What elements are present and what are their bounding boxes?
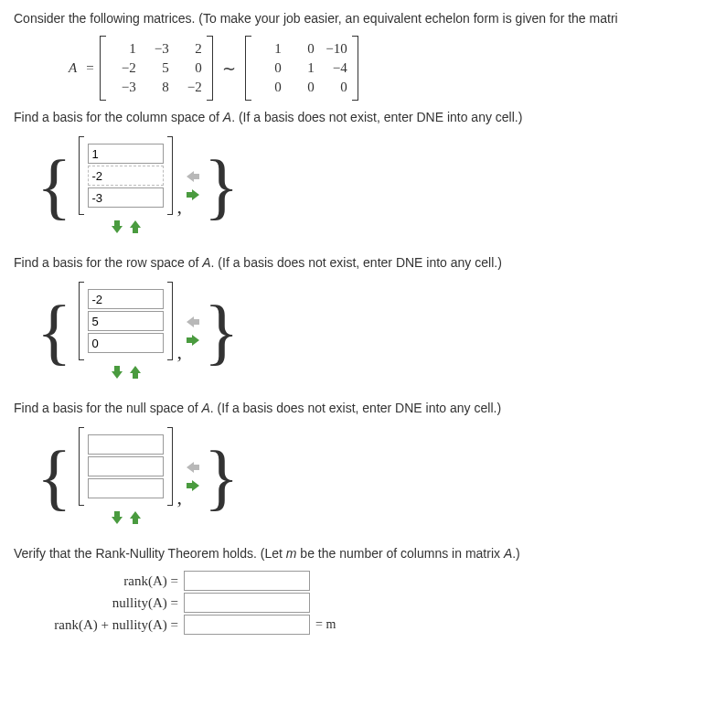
col-v1-input-1[interactable]	[88, 144, 164, 164]
comma-separator: ,	[176, 340, 182, 364]
row-vector-1	[79, 282, 173, 360]
right-brace-icon	[204, 294, 239, 368]
matrix-cell: 0	[285, 39, 318, 59]
q-col-text: Find a basis for the column space of	[14, 110, 223, 124]
rank-plus-nullity-label: rank(A) + nullity(A) =	[14, 617, 178, 633]
matrix-cell: −10	[318, 39, 351, 59]
comma-separator: ,	[176, 195, 182, 219]
column-space-question: Find a basis for the column space of A. …	[14, 108, 712, 127]
q-tail: . (If a basis does not exist, enter DNE …	[210, 401, 501, 415]
matrix-cell: 1	[252, 39, 285, 59]
remove-row-icon[interactable]	[110, 219, 124, 235]
verify-tail2: .)	[512, 546, 520, 561]
right-brace-icon	[204, 440, 239, 513]
remove-row-icon[interactable]	[110, 364, 124, 380]
row-space-question: Find a basis for the row space of A. (If…	[14, 253, 712, 273]
add-vector-icon[interactable]	[186, 187, 200, 203]
comma-separator: ,	[176, 486, 182, 509]
matrix-equation: A = 1 −3 2 −2 5 0 −3 8 −2 ∼ 1 0 −10 0 1 …	[69, 36, 712, 101]
row-basis-widget: ,	[37, 282, 712, 380]
matrix-cell: −2	[173, 78, 206, 97]
verify-tail: be the number of columns in matrix	[296, 546, 503, 561]
nullity-input[interactable]	[184, 593, 310, 613]
null-v1-input-2[interactable]	[88, 456, 164, 476]
matrix-cell: −3	[140, 39, 173, 59]
matrix-cell: −4	[318, 59, 351, 78]
nullity-label: nullity(A) =	[14, 595, 178, 611]
rank-plus-nullity-input[interactable]	[184, 615, 310, 635]
null-basis-widget: ,	[37, 427, 712, 526]
matrix-cell: 5	[140, 59, 173, 78]
remove-vector-icon[interactable]	[186, 314, 200, 330]
column-basis-widget: ,	[37, 136, 712, 235]
null-vector-1	[79, 427, 173, 506]
matrix-cell: −3	[107, 78, 140, 97]
matrix-cell: 0	[318, 78, 351, 97]
matrix-echelon: 1 0 −10 0 1 −4 0 0 0	[245, 36, 358, 101]
matrix-cell: 2	[173, 39, 206, 59]
add-row-icon[interactable]	[128, 219, 143, 235]
row-v1-input-2[interactable]	[88, 311, 164, 331]
add-row-icon[interactable]	[128, 509, 143, 526]
null-v1-input-1[interactable]	[88, 434, 164, 455]
equals-m-text: = m	[315, 617, 336, 632]
row-v1-input-3[interactable]	[88, 333, 164, 353]
col-v1-input-2[interactable]	[88, 166, 164, 186]
null-v1-input-3[interactable]	[88, 478, 164, 498]
q-row-text: Find a basis for the row space of	[14, 255, 202, 270]
right-brace-icon	[204, 149, 239, 222]
matrix-cell: 0	[252, 78, 285, 97]
matrix-a-ref: A	[201, 401, 209, 415]
rank-input[interactable]	[184, 571, 310, 591]
col-v1-input-3[interactable]	[88, 187, 164, 208]
q-tail: . (If a basis does not exist, enter DNE …	[231, 110, 522, 124]
matrix-cell: 0	[173, 59, 206, 78]
remove-vector-icon[interactable]	[186, 459, 200, 476]
matrix-a-ref: A	[202, 255, 210, 270]
verify-text: Verify that the Rank-Nullity Theorem hol…	[14, 546, 286, 561]
column-vector-1	[79, 136, 173, 215]
left-brace-icon	[37, 294, 71, 368]
matrix-a-ref: A	[504, 546, 512, 561]
rank-nullity-block: rank(A) = nullity(A) = rank(A) + nullity…	[14, 571, 712, 635]
q-null-text: Find a basis for the null space of	[14, 401, 201, 415]
tilde-symbol: ∼	[222, 59, 236, 79]
matrix-a-ref: A	[223, 110, 231, 124]
matrix-cell: 0	[285, 78, 318, 97]
row-v1-input-1[interactable]	[88, 289, 164, 309]
matrix-a-label: A	[69, 60, 77, 76]
add-vector-icon[interactable]	[186, 332, 200, 348]
rank-label: rank(A) =	[14, 573, 178, 589]
remove-vector-icon[interactable]	[186, 168, 200, 185]
matrix-cell: 0	[252, 59, 285, 78]
remove-row-icon[interactable]	[110, 509, 124, 526]
intro-text: Consider the following matrices. (To mak…	[14, 9, 712, 28]
rank-nullity-question: Verify that the Rank-Nullity Theorem hol…	[14, 544, 712, 563]
matrix-cell: 1	[107, 39, 140, 59]
left-brace-icon	[37, 440, 71, 513]
null-space-question: Find a basis for the null space of A. (I…	[14, 399, 712, 418]
left-brace-icon	[37, 149, 71, 222]
m-variable: m	[286, 546, 297, 561]
equals-sign: =	[86, 60, 93, 76]
matrix-cell: 8	[140, 78, 173, 97]
matrix-cell: −2	[107, 59, 140, 78]
add-row-icon[interactable]	[128, 364, 143, 380]
matrix-a: 1 −3 2 −2 5 0 −3 8 −2	[100, 36, 213, 101]
matrix-cell: 1	[285, 59, 318, 78]
add-vector-icon[interactable]	[186, 477, 200, 494]
q-tail: . (If a basis does not exist, enter DNE …	[211, 255, 502, 270]
